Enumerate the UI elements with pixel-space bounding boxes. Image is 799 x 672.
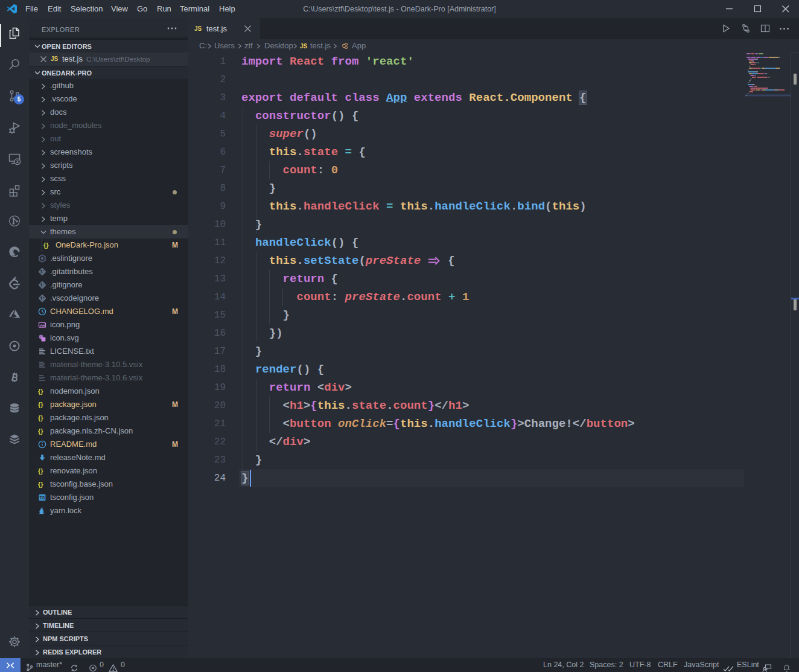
svg-text:TS: TS	[40, 496, 45, 500]
